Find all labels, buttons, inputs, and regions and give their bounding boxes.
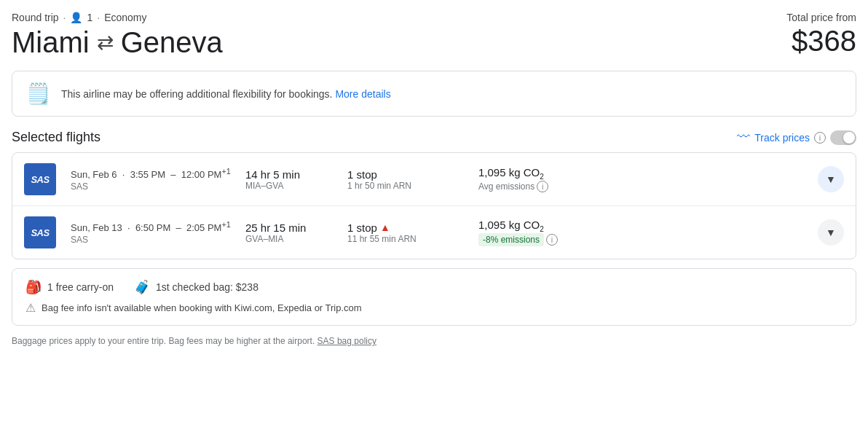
airline-logo-1: SAS [24,163,56,195]
destination-city: Geneva [121,26,223,59]
emissions-badge-2: -8% emissions [478,233,544,246]
emissions-info-icon-2[interactable]: i [546,234,558,246]
header-right: Total price from $368 [786,12,856,58]
warning-icon-2: ▲ [380,222,390,233]
warning-triangle-icon: ⚠ [25,301,36,315]
flight-departure-2: 6:50 PM [135,222,170,233]
dot-1: · [63,12,66,23]
flight-stops-2: 1 stop ▲ 11 hr 55 min ARN [347,222,464,244]
emissions-label-1: Avg emissions i [478,181,803,192]
baggage-warning: ⚠ Bag fee info isn't available when book… [25,301,843,315]
header-left: Round trip · 👤 1 · Economy Miami ⇄ Genev… [12,12,223,59]
flight-departure-1: 3:55 PM [130,169,165,180]
route-arrow-icon: ⇄ [97,31,114,55]
passenger-count: 1 [87,12,92,23]
flight-row-2: SAS Sun, Feb 13 · 6:50 PM – 2:05 PM+1 SA… [12,206,856,259]
flight-date-text-2: Sun, Feb 13 [71,222,122,233]
route-title: Miami ⇄ Geneva [12,26,223,59]
route-code-2: GVA–MIA [245,234,333,244]
emissions-value-1: 1,095 kg CO2 [478,166,803,181]
flight-info-main-2: Sun, Feb 13 · 6:50 PM – 2:05 PM+1 SAS [71,220,231,245]
baggage-card: 🎒 1 free carry-on 🧳 1st checked bag: $23… [12,268,856,326]
page-header: Round trip · 👤 1 · Economy Miami ⇄ Genev… [12,12,856,59]
flight-arrival-2: 2:05 PM+1 [186,222,231,233]
carry-on-item: 🎒 1 free carry-on [25,279,114,295]
duration-value-1: 14 hr 5 min [245,168,333,181]
sas-bag-policy-link[interactable]: SAS bag policy [317,336,376,346]
flight-arrival-1: 12:00 PM+1 [181,169,231,180]
flight-date-2: Sun, Feb 13 · 6:50 PM – 2:05 PM+1 [71,220,231,233]
checked-bag-item: 🧳 1st checked bag: $238 [134,279,259,295]
flight-emissions-2: 1,095 kg CO2 -8% emissions i [478,219,803,246]
cabin-class: Economy [104,12,146,23]
baggage-row: 🎒 1 free carry-on 🧳 1st checked bag: $23… [25,279,843,295]
expand-button-1[interactable]: ▼ [818,166,844,192]
flight-emissions-1: 1,095 kg CO2 Avg emissions i [478,166,803,192]
flight-info-main-1: Sun, Feb 6 · 3:55 PM – 12:00 PM+1 SAS [71,167,231,192]
total-price-value: $368 [786,25,856,58]
flight-date-1: Sun, Feb 6 · 3:55 PM – 12:00 PM+1 [71,167,231,180]
footer-text: Baggage prices apply to your entire trip… [12,336,315,346]
flight-duration-1: 14 hr 5 min MIA–GVA [245,168,333,191]
section-header: Selected flights 〰 Track prices i [12,130,856,145]
route-code-1: MIA–GVA [245,181,333,191]
total-price-label: Total price from [786,12,856,23]
section-title: Selected flights [12,130,100,145]
footer-note: Baggage prices apply to your entire trip… [12,333,856,349]
stops-detail-2: 11 hr 55 min ARN [347,234,464,244]
emissions-info-icon-1[interactable]: i [537,181,548,192]
flight-duration-2: 25 hr 15 min GVA–MIA [245,222,333,244]
track-prices-toggle[interactable] [830,130,856,145]
airline-name-2: SAS [71,235,231,245]
stops-count-2: 1 stop ▲ [347,222,464,234]
flexibility-text: This airline may be offering additional … [61,88,391,100]
emissions-value-2: 1,095 kg CO2 [478,219,803,233]
dot-2: · [97,12,100,23]
duration-value-2: 25 hr 15 min [245,222,333,234]
flight-row-1: SAS Sun, Feb 6 · 3:55 PM – 12:00 PM+1 SA… [12,153,856,206]
more-details-link[interactable]: More details [335,88,390,100]
flexibility-banner: 🗒️ This airline may be offering addition… [12,71,856,117]
stops-count-1: 1 stop [347,168,464,181]
track-prices-area: 〰 Track prices i [737,130,856,145]
airline-logo-2: SAS [24,216,56,248]
trip-type-label: Round trip [12,12,59,23]
flexibility-message: This airline may be offering additional … [61,88,333,100]
stops-detail-1: 1 hr 50 min ARN [347,181,464,191]
baggage-warning-text: Bag fee info isn't available when bookin… [42,302,362,313]
track-prices-info-icon[interactable]: i [814,132,826,144]
origin-city: Miami [12,26,90,59]
flexibility-icon: 🗒️ [25,82,51,106]
track-prices-trend-icon: 〰 [737,130,750,145]
carry-on-icon: 🎒 [25,279,42,295]
passenger-icon: 👤 [70,12,82,23]
checked-bag-label: 1st checked bag: $238 [156,281,259,293]
carry-on-label: 1 free carry-on [47,281,114,293]
flight-date-text-1: Sun, Feb 6 [71,169,117,180]
track-prices-label[interactable]: Track prices [754,132,810,144]
expand-button-2[interactable]: ▼ [818,219,844,246]
flight-stops-1: 1 stop 1 hr 50 min ARN [347,168,464,191]
emissions-label-2: -8% emissions i [478,233,803,246]
trip-meta: Round trip · 👤 1 · Economy [12,12,223,23]
flights-card: SAS Sun, Feb 6 · 3:55 PM – 12:00 PM+1 SA… [12,152,856,259]
airline-name-1: SAS [71,181,231,192]
checked-bag-icon: 🧳 [134,279,150,295]
